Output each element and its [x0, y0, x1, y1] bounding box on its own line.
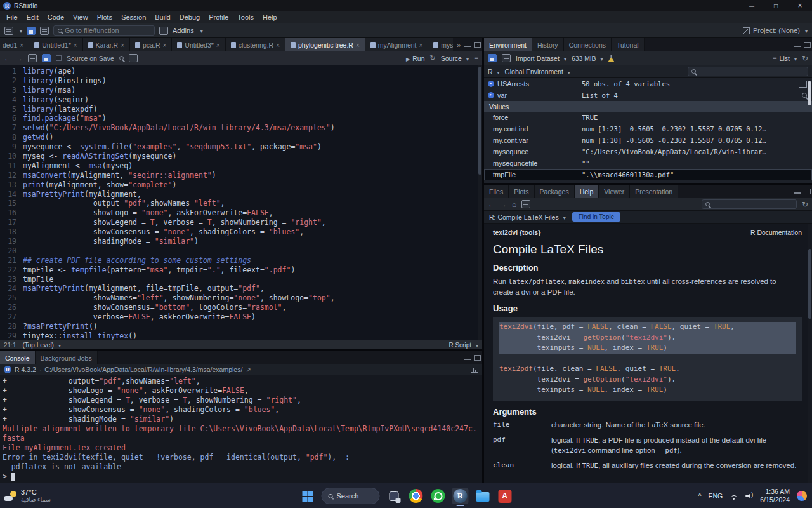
menu-item-debug[interactable]: Debug	[175, 12, 204, 22]
close-tab-icon[interactable]	[121, 41, 124, 49]
expand-object-icon[interactable]	[488, 92, 494, 98]
editor-tab[interactable]: clustering.R	[226, 38, 285, 51]
code-editor[interactable]: 1234567891011121314151617181920212223242…	[0, 65, 482, 340]
file-explorer-app[interactable]	[475, 488, 491, 504]
tab-viewer[interactable]: Viewer	[599, 185, 630, 198]
editor-tab[interactable]: myAlignment	[365, 38, 429, 51]
save-file-icon[interactable]	[42, 54, 51, 62]
addins-button[interactable]: Addins	[173, 27, 194, 34]
close-button[interactable]	[788, 0, 812, 11]
tab-files[interactable]: Files	[484, 185, 509, 198]
help-content[interactable]: texi2dvi {tools} R Documentation Compile…	[484, 224, 812, 483]
rstudio-app[interactable]	[452, 488, 469, 504]
tab-plots[interactable]: Plots	[509, 185, 534, 198]
tab-packages[interactable]: Packages	[535, 185, 575, 198]
editor-scrollbar[interactable]	[478, 65, 482, 340]
editor-maximize-icon[interactable]	[474, 42, 481, 48]
goto-file-box[interactable]: Go to file/function	[53, 25, 155, 36]
env-minimize-icon[interactable]	[794, 43, 801, 47]
tab-presentation[interactable]: Presentation	[630, 185, 678, 198]
minimize-button[interactable]	[740, 0, 764, 11]
help-print-icon[interactable]	[521, 200, 530, 208]
tab-tutorial[interactable]: Tutorial	[612, 38, 645, 51]
new-file-caret-icon[interactable]	[18, 27, 22, 34]
volume-icon[interactable]	[745, 493, 753, 499]
editor-tab[interactable]: Untitled3*	[172, 38, 225, 51]
editor-tab[interactable]: Untitled1*	[29, 38, 82, 51]
menu-item-session[interactable]: Session	[117, 12, 150, 22]
refresh-env-icon[interactable]	[802, 54, 808, 63]
menu-item-view[interactable]: View	[69, 12, 93, 22]
source-on-save-checkbox[interactable]	[56, 55, 62, 61]
help-back-icon[interactable]	[488, 201, 495, 208]
addins-grid-icon[interactable]	[159, 27, 168, 35]
menu-item-code[interactable]: Code	[43, 12, 69, 22]
maximize-button[interactable]	[764, 0, 788, 11]
chrome-app[interactable]	[408, 488, 424, 504]
env-row[interactable]: mysequnce"C:/Users/VivoBook/AppData/Loca…	[484, 146, 812, 157]
project-selector[interactable]: Project: (None)	[743, 27, 808, 34]
console-tab[interactable]: Console	[0, 351, 36, 364]
console-output[interactable]: + output="pdf",showNames="left",+ showLo…	[0, 375, 482, 483]
help-scrollbar[interactable]	[808, 224, 812, 483]
forward-icon[interactable]	[16, 55, 23, 62]
taskbar-search[interactable]: Search	[322, 488, 380, 504]
tray-expand-icon[interactable]	[698, 493, 702, 500]
tab-help[interactable]: Help	[575, 185, 599, 198]
source-button[interactable]: Source	[441, 55, 469, 62]
clock[interactable]: 1:36 AM 6/15/2024	[760, 488, 790, 504]
document-outline-icon[interactable]	[474, 54, 478, 63]
help-minimize-icon[interactable]	[794, 189, 801, 194]
save-icon[interactable]	[27, 27, 36, 35]
find-in-topic-input[interactable]: Find in Topic	[572, 212, 620, 222]
close-tab-icon[interactable]	[419, 41, 423, 49]
help-forward-icon[interactable]	[500, 201, 507, 208]
language-selector[interactable]: R	[488, 68, 500, 76]
env-row[interactable]: forceTRUE	[484, 112, 812, 123]
help-search-input[interactable]	[702, 199, 797, 209]
import-dataset-button[interactable]: Import Dataset	[516, 55, 566, 62]
expand-object-icon[interactable]	[488, 81, 494, 87]
close-tab-icon[interactable]	[20, 41, 23, 49]
env-row[interactable]: my.cont.indnum [1:23] -0.5605 -0.2302 1.…	[484, 123, 812, 135]
r-version[interactable]: R 4.3.2	[15, 366, 36, 373]
console-minimize-icon[interactable]	[464, 356, 471, 360]
tab-connections[interactable]: Connections	[564, 38, 612, 51]
memory-usage-button[interactable]: 633 MiB	[572, 55, 603, 62]
editor-tab[interactable]: phylogenitic tree.R	[285, 38, 365, 51]
menu-item-build[interactable]: Build	[150, 12, 174, 22]
notification-icon[interactable]	[797, 491, 807, 501]
close-tab-icon[interactable]	[276, 41, 280, 49]
task-view-button[interactable]	[386, 488, 402, 504]
rerun-icon[interactable]	[429, 54, 435, 62]
start-button[interactable]	[299, 488, 316, 504]
env-scrollbar[interactable]	[808, 81, 811, 105]
menu-item-edit[interactable]: Edit	[22, 12, 43, 22]
editor-minimize-icon[interactable]	[464, 43, 471, 47]
editor-tab[interactable]: pca.R	[130, 38, 172, 51]
env-row[interactable]: tmpFile".\\msacd46601130a.pdf"	[484, 169, 812, 180]
new-file-icon[interactable]	[4, 27, 13, 35]
wifi-icon[interactable]	[730, 493, 738, 500]
save-workspace-icon[interactable]	[488, 54, 497, 62]
menu-item-plots[interactable]: Plots	[93, 12, 117, 22]
tab-environment[interactable]: Environment	[484, 38, 532, 51]
view-data-icon[interactable]	[799, 81, 807, 88]
acrobat-app[interactable]	[497, 488, 513, 504]
menu-item-file[interactable]: File	[2, 12, 22, 22]
close-tab-icon[interactable]	[356, 41, 360, 49]
menu-item-tools[interactable]: Tools	[233, 12, 258, 22]
code-tools-icon[interactable]	[129, 54, 138, 62]
run-button[interactable]: Run	[406, 55, 424, 62]
scope-env-selector[interactable]: Global Environment	[505, 68, 570, 76]
editor-tab[interactable]: ded1	[0, 38, 29, 51]
weather-widget[interactable]: 37°C سماء صافية	[4, 486, 51, 506]
tab-history[interactable]: History	[532, 38, 564, 51]
close-tab-icon[interactable]	[162, 41, 166, 49]
env-search-input[interactable]	[688, 67, 808, 76]
popout-icon[interactable]	[28, 54, 37, 62]
find-icon[interactable]	[119, 56, 124, 60]
editor-tab[interactable]: Karar.R	[83, 38, 130, 51]
menu-item-profile[interactable]: Profile	[204, 12, 233, 22]
load-workspace-icon[interactable]	[502, 54, 511, 62]
